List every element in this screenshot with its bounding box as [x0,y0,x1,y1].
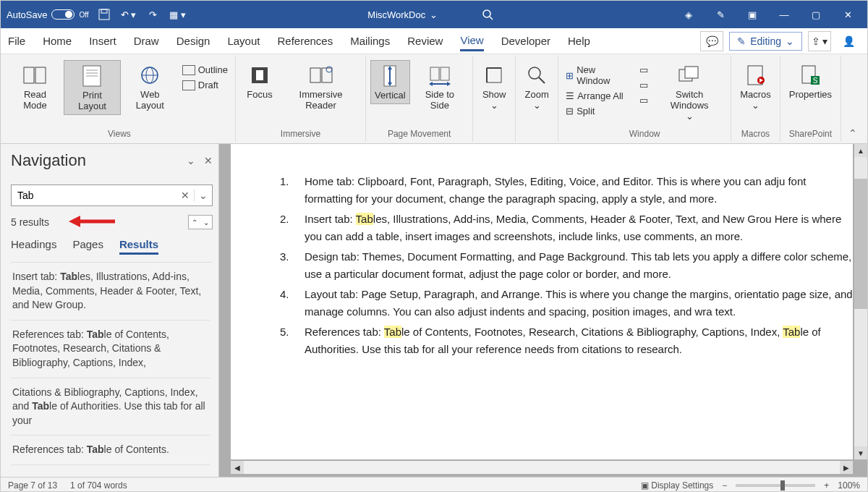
tab-mailings[interactable]: Mailings [350,32,390,50]
tab-developer[interactable]: Developer [501,32,550,50]
result-item[interactable]: Insert tab: Tables, Illustrations, Add-i… [11,263,210,321]
zoom-button[interactable]: Zoom⌄ [520,60,553,114]
navtab-pages[interactable]: Pages [72,238,103,255]
prev-result-button[interactable]: ⌃ [189,216,200,229]
display-settings-button[interactable]: ▣ Display Settings [641,480,713,491]
arrow-annotation-icon [69,213,119,229]
search-icon[interactable] [481,8,494,21]
reset-window-button[interactable]: ▭ [638,93,650,107]
macros-button[interactable]: Macros⌄ [736,60,775,114]
share-button[interactable]: ⇪ ▾ [808,31,831,51]
undo-icon[interactable]: ↶ ▾ [119,5,138,24]
tab-references[interactable]: References [277,32,333,50]
maximize-button[interactable]: ▢ [802,4,830,25]
macros-group-label: Macros [736,129,775,140]
outline-button[interactable]: Outline [181,63,229,77]
svg-line-31 [539,77,545,83]
scroll-left-button[interactable]: ◀ [231,461,244,474]
scroll-right-button[interactable]: ▶ [840,461,853,474]
read-mode-icon [22,63,47,88]
tab-layout[interactable]: Layout [227,32,260,50]
result-item[interactable]: References tab: Table of Contents, Footn… [11,321,210,378]
close-button[interactable]: ✕ [834,4,861,25]
properties-button[interactable]: SProperties [785,60,836,103]
ribbon: Read Mode Print Layout Web Layout Outlin… [1,54,867,144]
sync-scroll-button[interactable]: ▭ [638,78,650,92]
tab-review[interactable]: Review [407,32,443,50]
immersive-reader-icon [309,63,333,88]
search-input[interactable] [12,190,176,201]
focus-icon [247,63,272,88]
window-icon[interactable]: ▣ [739,4,766,25]
zoom-in-button[interactable]: + [824,480,829,491]
autosave-toggle[interactable]: AutoSave Off [7,9,89,20]
zoom-out-button[interactable]: − [722,480,727,491]
navigation-search[interactable]: ✕ ⌄ [11,184,213,206]
view-side-button[interactable]: ▭ [638,63,650,77]
qat-more-icon[interactable]: ▦ ▾ [169,5,187,24]
editing-mode-button[interactable]: ✎Editing⌄ [729,32,802,51]
tab-insert[interactable]: Insert [89,32,116,50]
draft-button[interactable]: Draft [181,78,229,92]
draft-icon [182,80,195,90]
print-layout-button[interactable]: Print Layout [64,60,121,115]
vertical-scrollbar[interactable]: ▲▼ [854,144,867,459]
save-icon[interactable] [95,5,114,24]
tab-design[interactable]: Design [176,32,210,50]
document-title[interactable]: MiscWorkDoc ⌄ [367,9,438,20]
tab-draw[interactable]: Draw [134,32,159,50]
horizontal-scrollbar[interactable]: ◀▶ [231,461,853,474]
account-icon[interactable]: 👤 [837,31,860,51]
word-count[interactable]: 1 of 704 words [70,480,127,491]
zoom-slider[interactable] [736,484,815,487]
svg-point-30 [529,67,540,79]
focus-button[interactable]: Focus [240,60,279,103]
web-layout-button[interactable]: Web Layout [122,60,178,114]
show-button[interactable]: Show⌄ [477,60,511,114]
document-page[interactable]: Home tab: Clipboard, Font, Paragraph, St… [231,144,853,459]
tab-view[interactable]: View [460,31,483,51]
show-icon [482,63,506,88]
close-pane-button[interactable]: ✕ [204,155,213,166]
print-layout-icon [80,64,104,88]
page-status[interactable]: Page 7 of 13 [8,480,57,491]
new-window-button[interactable]: ⊞New Window [564,63,629,88]
arrange-all-button[interactable]: ☰Arrange All [564,89,629,103]
zoom-level[interactable]: 100% [838,480,860,491]
switch-windows-icon [677,63,702,88]
read-mode-button[interactable]: Read Mode [8,60,62,114]
diamond-icon[interactable]: ◈ [675,4,702,25]
tab-home[interactable]: Home [43,32,72,50]
svg-rect-15 [310,68,320,82]
toggle-off-icon[interactable] [51,9,75,20]
switch-windows-button[interactable]: Switch Windows⌄ [652,60,726,124]
redo-icon[interactable]: ↷ [144,5,163,24]
split-button[interactable]: ⊟Split [564,104,629,118]
list-item: Home tab: Clipboard, Font, Paragraph, St… [280,173,853,208]
scroll-up-button[interactable]: ▲ [854,144,867,157]
side-to-side-button[interactable]: Side to Side [412,60,469,114]
tab-file[interactable]: File [8,32,25,50]
comments-button[interactable]: 💬 [700,31,723,51]
svg-rect-23 [441,67,449,80]
brush-icon[interactable]: ✎ [707,4,734,25]
navtab-results[interactable]: Results [119,238,158,255]
title-bar: AutoSave Off ↶ ▾ ↷ ▦ ▾ MiscWorkDoc ⌄ ◈ ✎… [1,1,867,28]
result-item[interactable]: References tab: Table of Contents. [11,436,210,465]
clear-search-button[interactable]: ✕ [176,190,194,201]
search-dropdown-button[interactable]: ⌄ [194,190,212,201]
tab-help[interactable]: Help [568,32,590,50]
chevron-down-icon[interactable]: ⌄ [187,155,195,166]
svg-marker-26 [447,82,451,86]
result-item[interactable]: Citations & Bibliography, Captions, Inde… [11,378,210,436]
scroll-down-button[interactable]: ▼ [854,446,867,459]
immersive-reader-button[interactable]: Immersive Reader [281,60,361,114]
vertical-button[interactable]: Vertical [370,60,409,104]
collapse-ribbon-button[interactable]: ⌃ [841,124,864,142]
side-to-side-icon [427,63,452,88]
minimize-button[interactable]: — [770,4,798,25]
navtab-headings[interactable]: Headings [11,238,56,255]
scroll-thumb[interactable] [854,179,867,309]
zoom-icon [524,63,549,88]
next-result-button[interactable]: ⌄ [200,216,212,229]
